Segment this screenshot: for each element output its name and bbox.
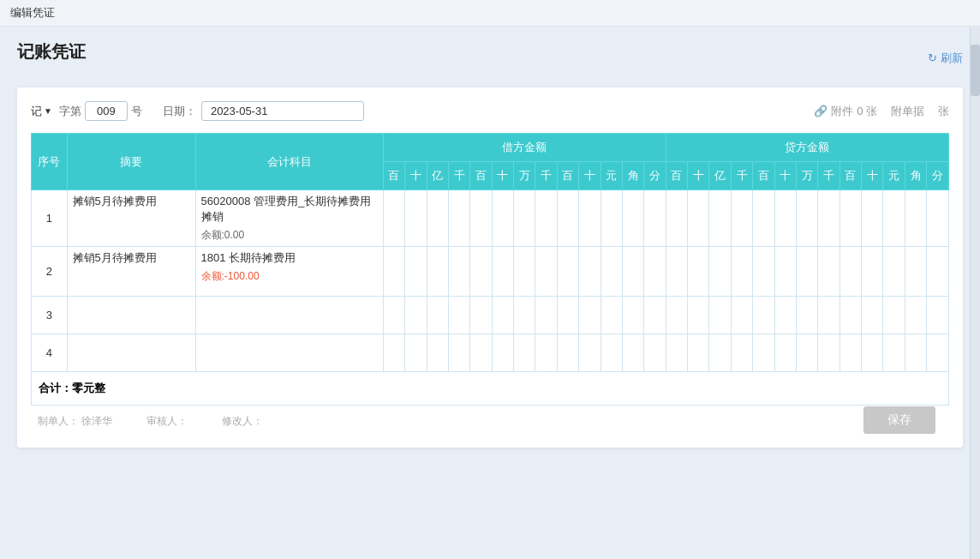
attach-button[interactable]: 🔗 附件 0 张 — [814, 104, 877, 119]
cell-summary-3[interactable] — [67, 334, 195, 372]
cell-debit-2-1[interactable] — [405, 297, 427, 334]
table-row[interactable]: 2摊销5月待摊费用1801 长期待摊费用余额:-100.00 — [32, 247, 949, 297]
cell-debit-3-10[interactable] — [601, 334, 622, 372]
cell-credit-2-5[interactable] — [774, 297, 796, 334]
cell-debit-3-1[interactable] — [405, 334, 427, 372]
cell-summary-2[interactable] — [67, 297, 195, 334]
cell-credit-1-5[interactable] — [774, 247, 796, 297]
ji-type-button[interactable]: 记 ▼ — [31, 104, 52, 119]
cell-account-0[interactable]: 56020008 管理费用_长期待摊费用摊销余额:0.00 — [195, 190, 383, 247]
cell-credit-3-10[interactable] — [883, 334, 905, 372]
cell-credit-0-0[interactable] — [666, 190, 687, 247]
cell-debit-2-0[interactable] — [383, 297, 404, 334]
cell-debit-3-8[interactable] — [557, 334, 578, 372]
cell-credit-3-3[interactable] — [731, 334, 752, 372]
cell-debit-0-10[interactable] — [601, 190, 622, 247]
cell-credit-2-9[interactable] — [862, 297, 883, 334]
cell-debit-3-9[interactable] — [579, 334, 601, 372]
cell-credit-3-12[interactable] — [927, 334, 949, 372]
cell-debit-2-2[interactable] — [427, 297, 448, 334]
cell-credit-1-3[interactable] — [731, 247, 752, 297]
cell-credit-1-10[interactable] — [883, 247, 905, 297]
cell-credit-2-8[interactable] — [840, 297, 861, 334]
cell-debit-1-6[interactable] — [514, 247, 535, 297]
cell-debit-0-8[interactable] — [557, 190, 578, 247]
cell-debit-1-0[interactable] — [383, 247, 404, 297]
cell-credit-1-6[interactable] — [796, 247, 817, 297]
cell-credit-1-11[interactable] — [905, 247, 926, 297]
cell-account-1[interactable]: 1801 长期待摊费用余额:-100.00 — [195, 247, 383, 297]
cell-debit-3-7[interactable] — [535, 334, 557, 372]
cell-debit-0-1[interactable] — [405, 190, 427, 247]
cell-credit-1-9[interactable] — [862, 247, 883, 297]
cell-account-2[interactable] — [195, 297, 383, 334]
cell-debit-2-5[interactable] — [492, 297, 513, 334]
cell-debit-1-5[interactable] — [492, 247, 513, 297]
table-row[interactable]: 1摊销5月待摊费用56020008 管理费用_长期待摊费用摊销余额:0.00 — [32, 190, 949, 247]
cell-debit-0-2[interactable] — [427, 190, 448, 247]
cell-debit-2-11[interactable] — [622, 297, 643, 334]
cell-debit-3-4[interactable] — [470, 334, 492, 372]
cell-credit-3-8[interactable] — [840, 334, 861, 372]
cell-debit-0-6[interactable] — [514, 190, 535, 247]
cell-debit-1-1[interactable] — [405, 247, 427, 297]
cell-credit-2-10[interactable] — [883, 297, 905, 334]
cell-debit-1-3[interactable] — [448, 247, 469, 297]
cell-debit-0-4[interactable] — [470, 190, 492, 247]
cell-credit-3-9[interactable] — [862, 334, 883, 372]
cell-debit-3-12[interactable] — [644, 334, 666, 372]
cell-summary-0[interactable]: 摊销5月待摊费用 — [67, 190, 195, 247]
cell-credit-2-1[interactable] — [688, 297, 709, 334]
cell-credit-0-3[interactable] — [731, 190, 752, 247]
cell-credit-3-6[interactable] — [796, 334, 817, 372]
cell-credit-0-12[interactable] — [927, 190, 949, 247]
cell-debit-0-3[interactable] — [448, 190, 469, 247]
table-row[interactable]: 3 — [32, 297, 949, 334]
cell-summary-1[interactable]: 摊销5月待摊费用 — [67, 247, 195, 297]
cell-debit-0-11[interactable] — [622, 190, 643, 247]
cell-debit-0-5[interactable] — [492, 190, 513, 247]
cell-credit-0-9[interactable] — [862, 190, 883, 247]
cell-debit-3-6[interactable] — [514, 334, 535, 372]
cell-debit-1-2[interactable] — [427, 247, 448, 297]
cell-credit-2-4[interactable] — [753, 297, 774, 334]
save-button[interactable]: 保存 — [863, 406, 935, 434]
cell-debit-2-6[interactable] — [514, 297, 535, 334]
cell-debit-1-12[interactable] — [644, 247, 666, 297]
cell-debit-3-11[interactable] — [622, 334, 643, 372]
cell-credit-2-12[interactable] — [927, 297, 949, 334]
cell-debit-1-8[interactable] — [557, 247, 578, 297]
cell-debit-1-10[interactable] — [601, 247, 622, 297]
cell-credit-0-1[interactable] — [688, 190, 709, 247]
cell-debit-0-0[interactable] — [383, 190, 404, 247]
cell-debit-0-9[interactable] — [579, 190, 601, 247]
cell-credit-1-8[interactable] — [840, 247, 861, 297]
cell-debit-2-10[interactable] — [601, 297, 622, 334]
cell-credit-1-1[interactable] — [688, 247, 709, 297]
cell-credit-2-7[interactable] — [818, 297, 840, 334]
scrollbar-track[interactable] — [970, 27, 980, 559]
cell-debit-3-0[interactable] — [383, 334, 404, 372]
cell-debit-1-7[interactable] — [535, 247, 557, 297]
refresh-button[interactable]: ↻ 刷新 — [928, 51, 963, 66]
cell-debit-1-4[interactable] — [470, 247, 492, 297]
cell-credit-1-12[interactable] — [927, 247, 949, 297]
cell-credit-1-4[interactable] — [753, 247, 774, 297]
table-row[interactable]: 4 — [32, 334, 949, 372]
cell-credit-1-7[interactable] — [818, 247, 840, 297]
cell-credit-0-7[interactable] — [818, 190, 840, 247]
cell-credit-0-2[interactable] — [709, 190, 731, 247]
cell-credit-3-1[interactable] — [688, 334, 709, 372]
cell-credit-1-2[interactable] — [709, 247, 731, 297]
cell-debit-2-7[interactable] — [535, 297, 557, 334]
cell-credit-3-5[interactable] — [774, 334, 796, 372]
cell-debit-3-3[interactable] — [448, 334, 469, 372]
cell-debit-3-2[interactable] — [427, 334, 448, 372]
sheet-button[interactable]: 附单据 — [891, 104, 924, 119]
cell-debit-2-8[interactable] — [557, 297, 578, 334]
cell-credit-0-6[interactable] — [796, 190, 817, 247]
cell-credit-1-0[interactable] — [666, 247, 687, 297]
cell-credit-2-6[interactable] — [796, 297, 817, 334]
cell-credit-3-2[interactable] — [709, 334, 731, 372]
cell-debit-2-9[interactable] — [579, 297, 601, 334]
